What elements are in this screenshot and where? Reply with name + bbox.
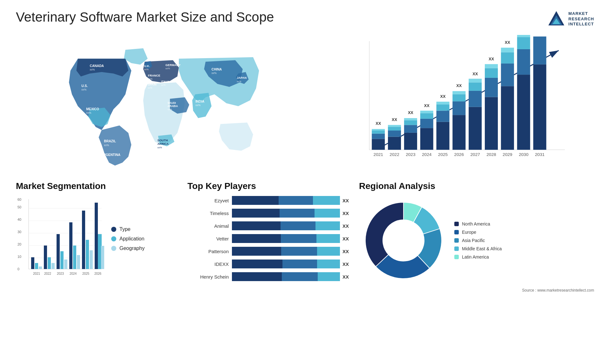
bar-chart-container: XX XX XX XX xyxy=(325,35,594,172)
svg-rect-117 xyxy=(31,257,34,269)
bar-segment-3 xyxy=(315,209,340,218)
svg-text:50: 50 xyxy=(17,205,21,209)
svg-text:JAPAN: JAPAN xyxy=(237,76,247,79)
bar-chart-svg: XX XX XX XX xyxy=(325,35,594,172)
svg-rect-81 xyxy=(501,52,514,64)
regional-legend-item: Middle East & Africa xyxy=(454,246,502,251)
player-value-label: XX xyxy=(342,274,349,280)
player-value-label: XX xyxy=(342,211,349,216)
svg-text:xx%: xx% xyxy=(148,78,152,80)
svg-text:SPAIN: SPAIN xyxy=(148,83,157,86)
svg-rect-87 xyxy=(517,35,530,37)
svg-rect-46 xyxy=(388,127,401,131)
player-value-label: XX xyxy=(342,223,349,229)
logo-icon xyxy=(547,10,566,29)
regional-legend-item: North America xyxy=(454,221,502,226)
svg-text:xx%: xx% xyxy=(101,157,106,160)
player-row: Henry Schein XX xyxy=(187,272,353,281)
svg-text:INDIA: INDIA xyxy=(195,100,205,103)
player-bar-wrap: XX xyxy=(232,247,353,256)
player-bar-wrap: XX xyxy=(232,260,353,268)
svg-rect-47 xyxy=(388,125,401,127)
player-name: IDEXX xyxy=(187,261,229,267)
svg-rect-133 xyxy=(82,211,85,269)
svg-rect-122 xyxy=(48,257,51,269)
bar-segment-3 xyxy=(316,234,340,243)
svg-rect-142 xyxy=(95,203,98,269)
player-row: IDEXX XX xyxy=(187,260,353,268)
bar-segment-3 xyxy=(313,196,340,205)
svg-text:FRANCE: FRANCE xyxy=(148,74,160,77)
svg-rect-45 xyxy=(388,131,401,137)
svg-rect-70 xyxy=(469,91,482,107)
player-name: Animal xyxy=(187,223,229,229)
svg-text:AFRICA: AFRICA xyxy=(158,142,169,145)
svg-rect-90 xyxy=(533,37,546,64)
svg-rect-135 xyxy=(90,250,93,269)
svg-text:2024: 2024 xyxy=(70,272,77,275)
player-row: Timeless XX xyxy=(187,209,353,218)
svg-rect-127 xyxy=(64,260,67,269)
svg-text:XX: XX xyxy=(440,94,446,99)
legend-geography: Geography xyxy=(111,246,145,251)
key-players-title: Top Key Players xyxy=(187,181,353,191)
legend-label-application: Application xyxy=(119,236,144,242)
player-bar xyxy=(232,234,340,243)
legend-application: Application xyxy=(111,236,145,242)
player-value-label: XX xyxy=(342,198,349,203)
bar-segment-2 xyxy=(282,260,317,268)
svg-text:xx%: xx% xyxy=(195,104,200,107)
svg-rect-118 xyxy=(35,263,38,269)
player-bar-wrap: XX xyxy=(232,209,353,218)
svg-text:xx%: xx% xyxy=(166,67,170,70)
player-bar xyxy=(232,209,340,218)
svg-text:0: 0 xyxy=(17,267,19,271)
svg-text:xx%: xx% xyxy=(212,71,217,75)
svg-rect-126 xyxy=(60,251,64,269)
svg-text:ITALY: ITALY xyxy=(161,80,169,83)
bar-segment-3 xyxy=(315,221,340,230)
donut-chart-svg xyxy=(359,196,448,285)
svg-rect-129 xyxy=(69,222,72,269)
page-title: Veterinary Software Market Size and Scop… xyxy=(16,10,274,25)
regional-legend-item: Latin America xyxy=(454,254,502,260)
logo: MARKET RESEARCH INTELLECT xyxy=(547,10,594,29)
svg-text:10: 10 xyxy=(17,255,21,259)
player-name: Ezyvet xyxy=(187,198,229,203)
player-name: Timeless xyxy=(187,211,229,216)
bar-segment-2 xyxy=(279,196,313,205)
svg-text:2022: 2022 xyxy=(390,152,399,157)
svg-text:SOUTH: SOUTH xyxy=(158,139,168,142)
bar-segment-2 xyxy=(281,247,317,256)
bar-segment-3 xyxy=(317,260,340,268)
regional-legend-label: Asia Pacific xyxy=(462,238,485,243)
svg-rect-69 xyxy=(469,107,482,150)
svg-rect-123 xyxy=(51,263,55,269)
regional-legend-label: Latin America xyxy=(462,254,489,260)
regional-legend-dot xyxy=(454,246,459,251)
svg-text:40: 40 xyxy=(17,218,21,221)
svg-text:ARGENTINA: ARGENTINA xyxy=(101,153,121,157)
bar-segment-1 xyxy=(232,272,282,281)
top-section: CANADA xx% U.S. xx% MEXICO xx% BRAZIL xx… xyxy=(16,35,594,172)
svg-rect-82 xyxy=(501,48,514,52)
svg-text:XX: XX xyxy=(392,118,397,122)
svg-rect-60 xyxy=(437,111,450,122)
svg-text:MEXICO: MEXICO xyxy=(86,107,99,111)
svg-text:2028: 2028 xyxy=(487,152,497,157)
svg-rect-119 xyxy=(39,266,42,269)
legend-dot-type xyxy=(111,227,116,232)
svg-text:xx%: xx% xyxy=(144,68,149,71)
svg-rect-41 xyxy=(372,131,385,134)
svg-rect-64 xyxy=(453,115,466,150)
svg-text:2029: 2029 xyxy=(503,152,512,157)
svg-text:xx%: xx% xyxy=(158,146,162,149)
svg-rect-67 xyxy=(453,91,466,94)
svg-text:xx%: xx% xyxy=(104,144,109,147)
svg-rect-86 xyxy=(517,37,530,49)
regional-legend-dot xyxy=(454,238,459,243)
svg-text:BRAZIL: BRAZIL xyxy=(104,139,116,143)
svg-rect-144 xyxy=(98,234,101,269)
svg-text:XX: XX xyxy=(457,84,462,88)
svg-rect-134 xyxy=(86,240,89,269)
